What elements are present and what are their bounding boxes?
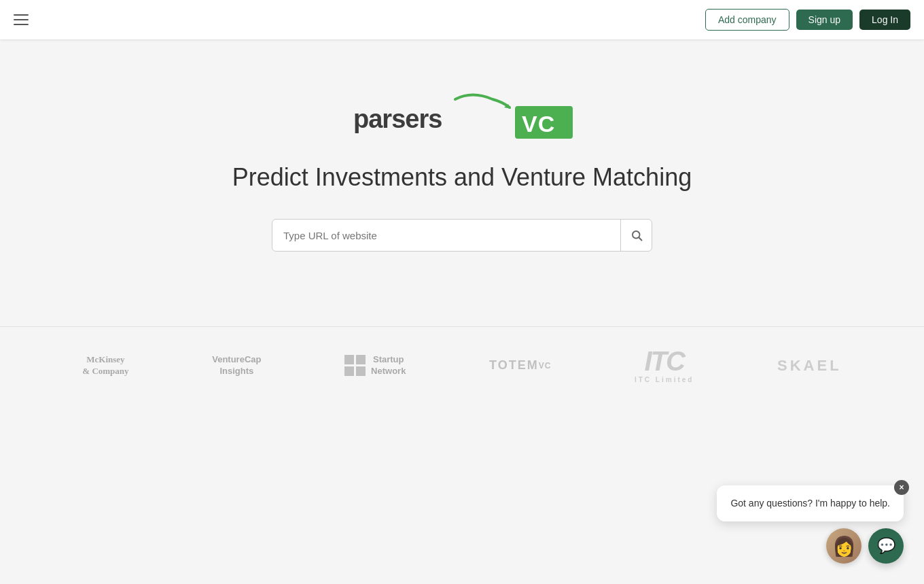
chat-open-button[interactable]: 💬	[868, 528, 904, 564]
partner-logo-itc: ITC ITC Limited	[635, 347, 694, 383]
chat-icon: 💬	[877, 537, 895, 555]
logo-container: parsers VC	[346, 87, 578, 144]
partner-logo-skael: SKAEL	[777, 357, 842, 375]
chat-avatar: 👩	[826, 528, 861, 564]
header-right: Add company Sign up Log In	[705, 9, 910, 31]
menu-icon[interactable]	[14, 14, 29, 25]
partner-logo-startup: StartupNetwork	[344, 354, 406, 377]
svg-line-4	[639, 238, 641, 241]
header-left	[14, 14, 29, 25]
chat-message: Got any questions? I'm happy to help.	[730, 498, 890, 509]
partners-strip: McKinsey& Company VentureCapInsights Sta…	[0, 326, 924, 404]
hero-title: Predict Investments and Venture Matching	[232, 163, 692, 192]
chat-avatar-row: 👩 💬	[826, 528, 904, 564]
main: parsers VC Predict Investments and Ventu…	[0, 0, 924, 404]
svg-text:VC: VC	[522, 111, 555, 137]
partner-logo-totemvc: TOTEMVC	[489, 358, 551, 373]
signup-button[interactable]: Sign up	[796, 10, 853, 30]
search-icon	[630, 229, 643, 241]
partner-logo-mckinsey: McKinsey& Company	[82, 354, 128, 377]
search-bar	[272, 219, 652, 252]
chat-bubble: × Got any questions? I'm happy to help.	[717, 485, 904, 521]
search-input[interactable]	[272, 222, 620, 250]
header: Add company Sign up Log In	[0, 0, 924, 39]
avatar-face: 👩	[832, 535, 856, 557]
login-button[interactable]: Log In	[859, 10, 910, 30]
hero-section: parsers VC Predict Investments and Ventu…	[0, 39, 924, 326]
svg-text:parsers: parsers	[353, 105, 442, 133]
chat-close-button[interactable]: ×	[894, 480, 909, 495]
add-company-button[interactable]: Add company	[705, 9, 789, 31]
svg-point-3	[633, 231, 640, 239]
chat-widget: × Got any questions? I'm happy to help. …	[717, 485, 904, 564]
search-button[interactable]	[620, 220, 652, 251]
partner-logo-venturecap: VentureCapInsights	[212, 354, 261, 377]
parsers-vc-logo: parsers VC	[346, 87, 578, 141]
